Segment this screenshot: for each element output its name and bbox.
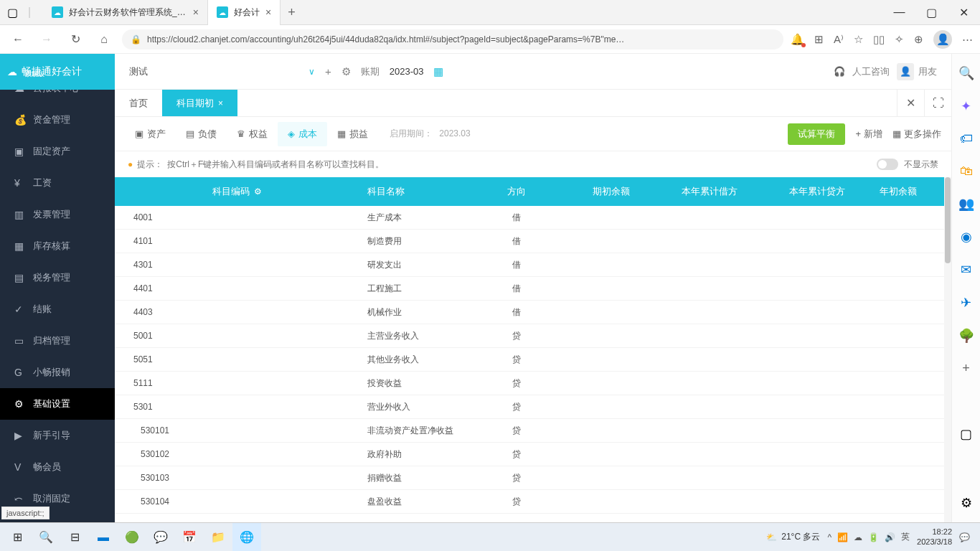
user-chip[interactable]: 👤 用友 — [897, 63, 937, 80]
table-row[interactable]: 530102政府补助贷 — [115, 443, 951, 466]
tab-menu-icon[interactable]: ▢ — [6, 6, 19, 19]
search-icon[interactable]: 🔍 — [958, 65, 974, 81]
send-icon[interactable]: ✈ — [961, 295, 971, 311]
company-selector[interactable]: 测试 — [129, 65, 155, 78]
sidebar-item-5[interactable]: ▦库存核算 — [0, 230, 115, 262]
table-row[interactable]: 5051其他业务收入贷 — [115, 348, 951, 372]
chevron-down-icon[interactable]: ∨ — [308, 67, 315, 77]
filter-tab-4[interactable]: ▦损益 — [327, 122, 378, 146]
ime-indicator[interactable]: 英 — [901, 531, 910, 543]
table-row[interactable]: 4101制造费用借 — [115, 230, 951, 253]
tab-home[interactable]: 首页 — [115, 90, 162, 116]
chevron-up-icon[interactable]: ^ — [827, 532, 831, 542]
refresh-button[interactable]: ↻ — [65, 29, 86, 50]
profile-avatar[interactable]: 👤 — [933, 30, 952, 49]
sidebar-item-6[interactable]: ▤税务管理 — [0, 262, 115, 293]
wechat-icon[interactable]: 💬 — [146, 523, 175, 552]
scrollbar-thumb[interactable] — [945, 177, 951, 263]
extensions-icon[interactable]: ⊞ — [814, 33, 824, 46]
tab-subject-init[interactable]: 科目期初 × — [162, 90, 237, 116]
gear-icon[interactable]: ⚙ — [341, 65, 351, 78]
filter-tab-1[interactable]: ▤负债 — [176, 122, 227, 146]
filter-tab-0[interactable]: ▣资产 — [125, 122, 176, 146]
filter-tab-3[interactable]: ◈成本 — [278, 122, 327, 146]
close-all-tabs-button[interactable]: ✕ — [897, 90, 924, 117]
notification-icon[interactable]: 🔔 — [791, 33, 804, 46]
settings-icon[interactable]: ⚙ — [961, 495, 972, 511]
table-row[interactable]: 5001主营业务收入贷 — [115, 324, 951, 348]
table-row[interactable]: 530104盘盈收益贷 — [115, 490, 951, 514]
calendar-app-icon[interactable]: 📅 — [175, 523, 204, 552]
table-row[interactable]: 5111投资收益贷 — [115, 372, 951, 395]
read-aloud-icon[interactable]: A⁾ — [834, 33, 844, 46]
shopping-icon[interactable]: 🛍 — [960, 164, 973, 179]
table-row[interactable]: 4403机械作业借 — [115, 301, 951, 324]
sidebar-item-12[interactable]: V畅会员 — [0, 451, 115, 483]
add-icon[interactable]: + — [325, 65, 331, 77]
maximize-button[interactable]: ▢ — [915, 0, 948, 25]
notifications-tray-icon[interactable]: 💬 — [959, 532, 970, 542]
weather[interactable]: ⛅ 21°C 多云 — [766, 531, 820, 543]
address-bar[interactable]: 🔒 https://cloud2.chanjet.com/accounting/… — [122, 29, 783, 50]
sidebar-item-10[interactable]: ⚙基础设置 — [0, 388, 115, 420]
table-row[interactable]: 5301营业外收入贷 — [115, 395, 951, 419]
browser-tab-1[interactable]: ☁ 好会计云财务软件管理系统_会计… × — [43, 0, 208, 25]
favorites-bar-icon[interactable]: ✧ — [895, 33, 904, 46]
fullscreen-button[interactable]: ⛶ — [924, 90, 951, 117]
app-1[interactable]: ▬ — [89, 523, 118, 552]
edge-icon[interactable]: ◉ — [961, 229, 972, 245]
filter-tab-2[interactable]: ♛权益 — [227, 122, 278, 146]
battery-icon[interactable]: 🔋 — [868, 532, 879, 542]
task-view-button[interactable]: ⊟ — [60, 523, 89, 552]
scrollbar[interactable] — [944, 177, 951, 522]
toggle-hide-disabled[interactable] — [877, 159, 898, 170]
table-row[interactable]: 530103捐赠收益贷 — [115, 466, 951, 490]
close-icon[interactable]: × — [218, 98, 223, 108]
tag-icon[interactable]: 🏷 — [960, 131, 973, 146]
search-button[interactable]: 🔍 — [32, 523, 60, 552]
close-button[interactable]: ✕ — [948, 0, 980, 25]
gear-icon[interactable]: ⚙ — [254, 187, 262, 197]
add-sidebar-icon[interactable]: + — [962, 361, 970, 376]
forward-button[interactable]: → — [36, 29, 57, 50]
support-link[interactable]: 人工咨询 — [852, 65, 890, 78]
collections-icon[interactable]: ▯▯ — [873, 33, 885, 46]
outlook-icon[interactable]: ✉ — [961, 262, 971, 278]
menu-icon[interactable]: ⋯ — [962, 33, 973, 46]
sparkle-icon[interactable]: ✦ — [961, 98, 971, 114]
minimize-button[interactable]: — — [883, 0, 915, 25]
add-new-button[interactable]: +新增 — [855, 128, 882, 141]
more-ops-button[interactable]: ▦更多操作 — [892, 128, 941, 141]
app-icon[interactable]: ⊕ — [914, 33, 923, 46]
sidebar-item-7[interactable]: ✓结账 — [0, 293, 115, 325]
people-icon[interactable]: 👥 — [958, 196, 974, 212]
browser-tab-2[interactable]: ☁ 好会计 × — [208, 0, 281, 25]
favorite-icon[interactable]: ☆ — [854, 33, 863, 46]
back-button[interactable]: ← — [7, 29, 29, 50]
trial-balance-button[interactable]: 试算平衡 — [788, 123, 845, 145]
sidebar-item-1[interactable]: 💰资金管理 — [0, 104, 115, 136]
wifi-icon[interactable]: 📶 — [837, 532, 848, 542]
tree-icon[interactable]: 🌳 — [958, 328, 974, 344]
sidebar-item-3[interactable]: ¥工资 — [0, 167, 115, 199]
calendar-icon[interactable]: ▦ — [433, 65, 443, 78]
new-tab-button[interactable]: + — [281, 5, 303, 20]
explorer-icon[interactable]: 📁 — [204, 523, 232, 552]
sidebar-item-4[interactable]: ▥发票管理 — [0, 199, 115, 230]
clock[interactable]: 18:22 2023/3/18 — [917, 527, 952, 546]
volume-icon[interactable]: 🔊 — [885, 532, 895, 542]
panel-icon[interactable]: ▢ — [960, 426, 972, 442]
home-button[interactable]: ⌂ — [93, 29, 115, 50]
sidebar-item-9[interactable]: G小畅报销 — [0, 357, 115, 388]
cloud-tray-icon[interactable]: ☁ — [854, 532, 862, 542]
sidebar-item-8[interactable]: ▭归档管理 — [0, 325, 115, 357]
table-row[interactable]: 4001生产成本借 — [115, 206, 951, 230]
close-icon[interactable]: × — [193, 6, 199, 18]
table-row[interactable]: 4401工程施工借 — [115, 277, 951, 301]
sidebar-item-11[interactable]: ▶新手引导 — [0, 420, 115, 451]
chrome-icon[interactable]: 🟢 — [118, 523, 146, 552]
start-button[interactable]: ⊞ — [3, 523, 32, 552]
table-row[interactable]: 4301研发支出借 — [115, 253, 951, 277]
sidebar-item-2[interactable]: ▣固定资产 — [0, 136, 115, 167]
table-row[interactable]: 530101非流动资产处置净收益贷 — [115, 419, 951, 443]
